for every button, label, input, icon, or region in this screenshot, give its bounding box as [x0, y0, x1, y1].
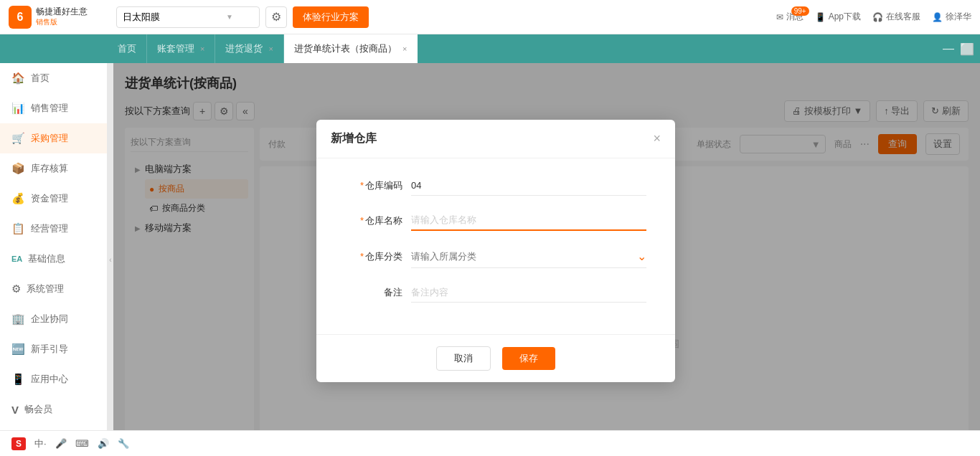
save-button[interactable]: 保存	[502, 347, 555, 370]
sidebar-item-system[interactable]: ⚙ 系统管理	[0, 274, 107, 304]
modal-header: 新增仓库 ×	[316, 120, 675, 158]
tab-home[interactable]: 首页	[108, 34, 147, 63]
vip-icon: V	[11, 404, 19, 416]
warehouse-code-input[interactable]	[411, 176, 646, 196]
modal-body: *仓库编码 *仓库名称 *仓库分类	[316, 158, 675, 334]
sidebar-item-vip[interactable]: V 畅会员	[0, 394, 107, 424]
top-header: 6 畅捷通好生意 销售版 ▼ ⚙ 体验行业方案 ✉ 消息 99+ 📱 App下载…	[0, 0, 980, 34]
sound-icon[interactable]: 🔊	[98, 438, 109, 449]
sidebar-collapse-button[interactable]: ‹	[108, 63, 113, 456]
warehouse-name-row: *仓库名称	[345, 210, 646, 231]
logo-area: 6 畅捷通好生意 销售版	[9, 6, 116, 29]
trial-button[interactable]: 体验行业方案	[293, 6, 369, 28]
tab-minimize-icon[interactable]: —	[943, 42, 954, 55]
sidebar-item-sales[interactable]: 📊 销售管理	[0, 93, 107, 123]
search-input[interactable]	[123, 11, 223, 22]
home-icon: 🏠	[11, 72, 25, 85]
notes-input[interactable]	[411, 282, 646, 303]
messages-button[interactable]: ✉ 消息 99+	[776, 11, 804, 23]
user-profile-button[interactable]: 👤 徐泽华	[932, 11, 971, 23]
search-bar[interactable]: ▼	[116, 6, 260, 28]
notes-label: 备注	[345, 286, 402, 299]
tab-purchase-return-label: 进货退货	[225, 42, 263, 55]
notes-row: 备注	[345, 282, 646, 303]
sidebar-item-inventory[interactable]: 📦 库存核算	[0, 153, 107, 184]
mobile-icon: 📱	[815, 12, 826, 22]
modal-close-button[interactable]: ×	[653, 131, 661, 146]
tab-purchase-return[interactable]: 进货退货 ×	[215, 34, 283, 63]
sales-icon: 📊	[11, 102, 25, 115]
tab-home-label: 首页	[118, 42, 136, 55]
tab-purchase-stats[interactable]: 进货单统计表（按商品） ×	[284, 34, 418, 63]
bottom-logo: S	[11, 437, 26, 450]
warehouse-name-label: *仓库名称	[345, 214, 402, 227]
tab-purchase-stats-label: 进货单统计表（按商品）	[294, 42, 397, 55]
app-name: 畅捷通好生意	[36, 6, 88, 18]
keyboard-icon[interactable]: ⌨	[75, 438, 89, 449]
sidebar-item-basic[interactable]: EA 基础信息	[0, 244, 107, 274]
tab-account[interactable]: 账套管理 ×	[147, 34, 215, 63]
mic-icon[interactable]: 🎤	[55, 438, 67, 449]
sidebar-item-corp[interactable]: 🏢 企业协同	[0, 304, 107, 334]
warehouse-code-row: *仓库编码	[345, 176, 646, 196]
bottom-bar: S 中· 🎤 ⌨ 🔊 🔧	[0, 430, 980, 456]
modal-overlay: 新增仓库 × *仓库编码 *仓库名称	[113, 63, 980, 456]
top-right: ✉ 消息 99+ 📱 App下载 🎧 在线客服 👤 徐泽华	[776, 11, 971, 23]
modal-footer: 取消 保存	[316, 334, 675, 382]
warehouse-code-label: *仓库编码	[345, 179, 402, 192]
sidebar-item-finance[interactable]: 💰 资金管理	[0, 184, 107, 214]
inventory-icon: 📦	[11, 162, 25, 175]
system-icon: ⚙	[11, 282, 21, 295]
online-service-button[interactable]: 🎧 在线客服	[872, 11, 920, 23]
type-dropdown-icon: ⌄	[637, 250, 646, 263]
message-badge: 99+	[791, 6, 809, 16]
chevron-down-icon: ▼	[226, 13, 233, 21]
corp-icon: 🏢	[11, 313, 25, 326]
finance-icon: 💰	[11, 192, 25, 205]
settings-button[interactable]: ⚙	[265, 6, 287, 28]
guide-icon: 🆕	[11, 343, 25, 356]
tab-expand-icon[interactable]: ⬜	[960, 42, 974, 56]
new-warehouse-modal: 新增仓库 × *仓库编码 *仓库名称	[316, 120, 675, 382]
purchase-icon: 🛒	[11, 132, 25, 145]
sidebar-item-apps[interactable]: 📱 应用中心	[0, 364, 107, 394]
warehouse-type-select[interactable]: ⌄	[411, 245, 646, 268]
sidebar-item-purchase[interactable]: 🛒 采购管理	[0, 123, 107, 153]
warehouse-type-label: *仓库分类	[345, 250, 402, 263]
warehouse-name-input[interactable]	[411, 210, 646, 231]
basic-icon: EA	[11, 255, 22, 263]
app-logo-icon: 6	[9, 6, 32, 29]
app-sub: 销售版	[36, 17, 88, 27]
tab-account-label: 账套管理	[157, 42, 194, 55]
main-layout: 🏠 首页 📊 销售管理 🛒 采购管理 📦 库存核算 💰 资金管理 📋 经营管理 …	[0, 63, 980, 456]
content-area: 进货单统计(按商品) 按以下方案查询 + ⚙ « 🖨 按模板打印 ▼ ↑ 导出	[113, 63, 980, 456]
tab-bar: 首页 账套管理 × 进货退货 × 进货单统计表（按商品） × — ⬜	[0, 34, 980, 63]
cancel-button[interactable]: 取消	[436, 346, 491, 371]
tool-icon[interactable]: 🔧	[118, 438, 129, 449]
sidebar: 🏠 首页 📊 销售管理 🛒 采购管理 📦 库存核算 💰 资金管理 📋 经营管理 …	[0, 63, 108, 456]
sidebar-item-operations[interactable]: 📋 经营管理	[0, 214, 107, 244]
headset-icon: 🎧	[872, 12, 883, 22]
apps-icon: 📱	[11, 373, 25, 386]
tab-close-purchase-return[interactable]: ×	[268, 44, 273, 53]
sidebar-item-guide[interactable]: 🆕 新手引导	[0, 334, 107, 364]
tab-controls: — ⬜	[943, 42, 980, 56]
app-download-button[interactable]: 📱 App下载	[815, 11, 861, 23]
message-icon: ✉	[776, 12, 783, 22]
modal-title: 新增仓库	[331, 131, 377, 146]
tab-close-purchase-stats[interactable]: ×	[402, 44, 407, 53]
ime-indicator[interactable]: 中·	[34, 437, 47, 450]
user-avatar: 👤	[932, 12, 943, 22]
tab-close-account[interactable]: ×	[200, 44, 204, 53]
sidebar-item-home[interactable]: 🏠 首页	[0, 63, 107, 93]
operations-icon: 📋	[11, 222, 25, 235]
warehouse-type-input[interactable]	[411, 251, 637, 262]
warehouse-type-row: *仓库分类 ⌄	[345, 245, 646, 268]
